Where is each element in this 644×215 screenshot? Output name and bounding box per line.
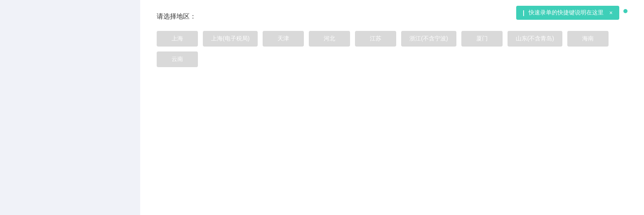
region-button-xiamen[interactable]: 厦门 <box>461 31 503 47</box>
tooltip-banner: 快速录单的快捷键说明在这里 × <box>516 6 619 20</box>
region-button-shanghai-etax[interactable]: 上海(电子税局) <box>203 31 258 47</box>
tooltip-dot <box>623 9 628 13</box>
region-button-jiangsu[interactable]: 江苏 <box>355 31 396 47</box>
tooltip-text: 快速录单的快捷键说明在这里 <box>529 9 604 16</box>
region-button-hebei[interactable]: 河北 <box>309 31 350 47</box>
region-button-shanghai[interactable]: 上海 <box>157 31 198 47</box>
left-sidebar <box>0 0 140 215</box>
region-buttons: 上海上海(电子税局)天津河北江苏浙江(不含宁波)厦门山东(不含青岛)海南云南 <box>157 31 628 67</box>
region-button-zhejiang[interactable]: 浙江(不含宁波) <box>401 31 456 47</box>
region-button-hainan[interactable]: 海南 <box>567 31 609 47</box>
tooltip-close-button[interactable]: × <box>609 9 613 16</box>
region-button-shandong[interactable]: 山东(不含青岛) <box>508 31 562 47</box>
region-button-tianjin[interactable]: 天津 <box>263 31 304 47</box>
region-button-yunnan[interactable]: 云南 <box>157 51 198 67</box>
main-content: 请选择地区： 上海上海(电子税局)天津河北江苏浙江(不含宁波)厦门山东(不含青岛… <box>140 0 644 215</box>
